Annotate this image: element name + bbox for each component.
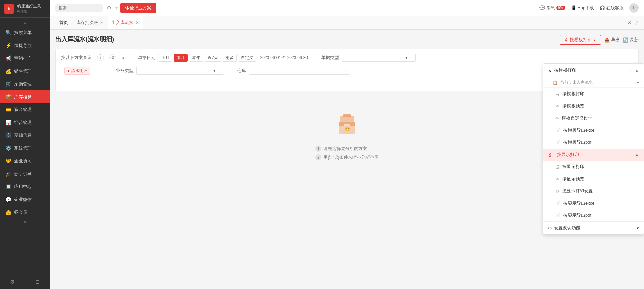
filter-add-btn[interactable]: +: [97, 54, 104, 61]
operations-icon: 📊: [5, 120, 11, 126]
export-btn[interactable]: 📤 导出: [604, 37, 620, 43]
filter-row-top: 按以下方案查询 + ⚙ « 单据日期 上月 本月 本年 近7天 更多 自定义: [61, 54, 633, 62]
sales-icon: 💰: [5, 68, 11, 74]
dropdown-display-preview[interactable]: 👁 按显示预览: [543, 173, 644, 185]
content-area: 出入库流水(流水明细) 🖨 按模板打印 ▲ 📤 导出 🔄 刷新 按以下方案查询 …: [50, 30, 644, 289]
tab-batch[interactable]: 库存批次账 ✕: [72, 16, 108, 29]
footer-expand-icon: ▾: [637, 226, 639, 231]
date-btn-custom[interactable]: 自定义: [238, 54, 256, 62]
dropdown-display-excel[interactable]: 📄 按显示导出excel: [543, 197, 644, 209]
collab-icon: 🤝: [5, 158, 11, 164]
date-buttons: 上月 本月 本年 近7天 更多 自定义: [158, 54, 256, 62]
dropdown-footer[interactable]: ⚙ 设置默认功能 ▾: [543, 221, 644, 234]
sidebar-item-collab[interactable]: 🤝 企业协同: [0, 155, 50, 167]
current-expand-icon[interactable]: ▾: [637, 80, 639, 85]
display-pdf-icon: 📄: [555, 213, 561, 218]
date-btn-this-month[interactable]: 本月: [174, 54, 188, 62]
trial-btn[interactable]: 体验行业方案: [120, 3, 156, 13]
template-preview-icon: 👁: [555, 104, 560, 109]
main-area: ⚙ ▾ 体验行业方案 💬 消息 99+ 📱 App下载 🎧 在线客服 用户: [50, 0, 644, 289]
filter-settings-btn[interactable]: ⚙: [109, 54, 116, 61]
close-all-tabs-icon[interactable]: ✕: [627, 20, 632, 26]
date-btn-last-month[interactable]: 上月: [158, 54, 172, 62]
sidebar-item-search[interactable]: 🔍 搜索菜单: [0, 26, 50, 39]
tab-flow[interactable]: 出入库流水 ✕: [108, 16, 143, 29]
filter-collapse-btn[interactable]: «: [121, 55, 124, 61]
sidebar-item-vip[interactable]: 👑 畅会员: [0, 206, 50, 219]
dropdown-template-preview[interactable]: 👁 按模板预览: [543, 100, 644, 112]
business-type-select[interactable]: ▾: [136, 67, 224, 75]
tab-batch-close[interactable]: ✕: [100, 20, 104, 25]
more-options-icon[interactable]: ···: [628, 68, 632, 73]
dropdown-current: 📋 当前：出入库流水 ▾: [543, 77, 644, 88]
inventory-icon: 📦: [5, 94, 11, 100]
sidebar-item-guide[interactable]: 🎓 新手引导: [0, 167, 50, 180]
expand-icon[interactable]: ⤢: [634, 20, 639, 26]
sidebar-item-inventory[interactable]: 📦 库存核算: [0, 90, 50, 103]
sidebar-item-operations[interactable]: 📊 经营管理: [0, 116, 50, 129]
dropdown-template-pdf[interactable]: 📄 按模板导出pdf: [543, 136, 644, 149]
sidebar-item-system[interactable]: ⚙️ 系统管理: [0, 142, 50, 155]
dropdown-display-pdf[interactable]: 📄 按显示导出pdf: [543, 209, 644, 221]
display-print-icon: 🖨: [555, 164, 560, 169]
date-filter-group: 单据日期 上月 本月 本年 近7天 更多 自定义 2023-06-01 至 20…: [138, 54, 308, 62]
sidebar-item-quicknav[interactable]: ⚡ 快捷导航: [0, 39, 50, 52]
empty-tip-1: 1 请先选择要分析的方案: [315, 144, 378, 153]
tab-home[interactable]: 首页: [55, 16, 72, 29]
online-service-btn[interactable]: 🎧 在线客服: [599, 5, 624, 11]
guide-icon: 🎓: [5, 171, 11, 177]
template-custom-icon: ✏: [555, 116, 559, 121]
purchase-icon: 🛒: [5, 81, 11, 87]
date-btn-more[interactable]: 更多: [223, 54, 237, 62]
footer-settings-icon: ⚙: [548, 226, 552, 231]
sidebar-scroll-up[interactable]: ▲: [0, 19, 50, 26]
sidebar-toggle-btn[interactable]: ⊟: [33, 277, 42, 286]
dropdown-display-section[interactable]: 🖨 按显示打印 ▲: [543, 149, 644, 161]
sidebar-item-purchase[interactable]: 🛒 采购管理: [0, 78, 50, 90]
page-toolbar: 🖨 按模板打印 ▲ 📤 导出 🔄 刷新: [560, 35, 639, 45]
system-icon: ⚙️: [5, 145, 11, 151]
business-type-label: 业务类型: [116, 68, 134, 74]
active-filter-tag[interactable]: ● 流水明细: [64, 67, 90, 75]
topbar-gear-icon[interactable]: ⚙: [105, 5, 113, 11]
dropdown-template-excel[interactable]: 📄 按模板导出excel: [543, 124, 644, 136]
template-print-icon: 🖨: [555, 91, 560, 97]
business-type-group: 业务类型 ▾: [116, 67, 224, 75]
current-icon: 📋: [553, 80, 558, 85]
empty-tip-2: 2 用[过滤]条件来缩小分析范围: [315, 153, 378, 162]
dropdown-template-print[interactable]: 🖨 按模板打印: [543, 88, 644, 100]
sidebar-item-wechat[interactable]: 💬 企业微信: [0, 193, 50, 206]
date-btn-this-year[interactable]: 本年: [189, 54, 203, 62]
sidebar-item-marketing[interactable]: 📢 营销推广: [0, 52, 50, 65]
tip2-num: 2: [315, 154, 321, 160]
date-btn-last7[interactable]: 近7天: [205, 54, 221, 62]
dropdown-template-custom[interactable]: ✏ 模板自定义设计: [543, 112, 644, 124]
topbar-search-input[interactable]: [55, 4, 103, 12]
sidebar-item-sales[interactable]: 💰 销售管理: [0, 65, 50, 78]
warehouse-input[interactable]: ···: [249, 67, 350, 75]
message-icon: 💬: [539, 5, 545, 10]
dropdown-display-print[interactable]: 🖨 按显示打印: [543, 161, 644, 173]
date-range-text: 2023-06-01 至 2023-06-30: [260, 55, 308, 61]
app-download-btn[interactable]: 📱 App下载: [571, 5, 594, 11]
user-avatar[interactable]: 用户: [629, 3, 639, 13]
dropdown-display-settings[interactable]: ⚙ 按显示打印设置: [543, 185, 644, 197]
search-icon: 🔍: [5, 30, 11, 36]
sidebar: b 畅捷通好生意 标准版 ▲ 🔍 搜索菜单 ⚡ 快捷导航 📢 营销推广 💰 销售…: [0, 0, 50, 289]
sidebar-item-finance[interactable]: 💳 资金管理: [0, 103, 50, 116]
doctype-select[interactable]: ▾: [342, 54, 416, 62]
tab-flow-close[interactable]: ✕: [136, 20, 139, 25]
sidebar-scroll-down[interactable]: ▼: [0, 219, 50, 226]
sidebar-settings-btn[interactable]: ⚙: [7, 277, 18, 286]
sidebar-item-appcenter[interactable]: 🔲 应用中心: [0, 180, 50, 193]
display-section-collapse-icon[interactable]: ▲: [635, 152, 639, 157]
date-label: 单据日期: [138, 55, 155, 61]
chevron-down-icon: ▾: [213, 68, 215, 73]
sidebar-item-basic[interactable]: 🗄️ 基础信息: [0, 129, 50, 142]
collapse-dropdown-icon[interactable]: ▲: [635, 68, 639, 73]
print-btn[interactable]: 🖨 按模板打印 ▲: [560, 35, 601, 45]
warehouse-group: 仓库 ···: [237, 67, 350, 75]
message-btn[interactable]: 💬 消息 99+: [539, 5, 565, 11]
refresh-btn[interactable]: 🔄 刷新: [623, 37, 639, 43]
doctype-label: 单据类型: [321, 55, 339, 61]
